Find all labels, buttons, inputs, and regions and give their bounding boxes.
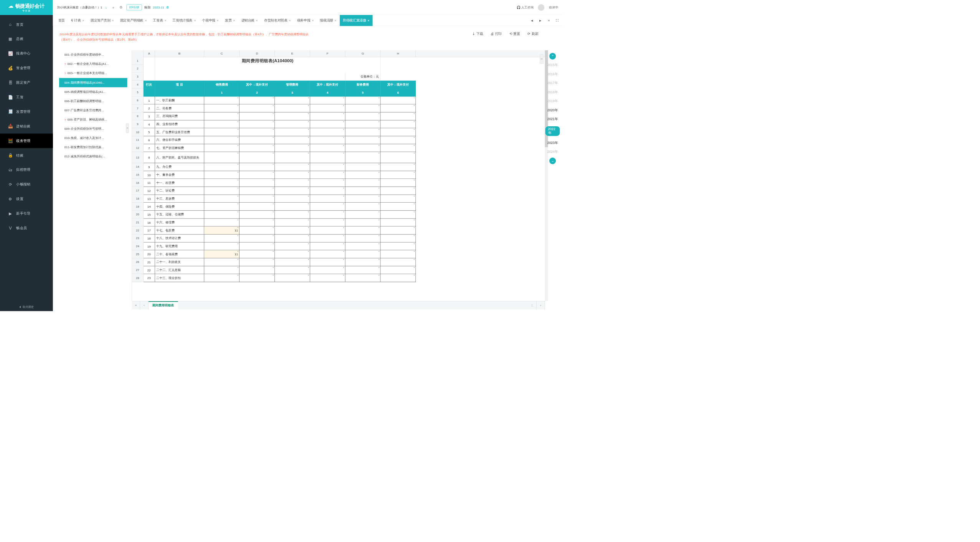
reset-button[interactable]: ⟲重置 — [509, 32, 520, 36]
value-cell[interactable]: * — [345, 163, 380, 171]
value-cell[interactable]: * — [310, 226, 345, 235]
value-cell[interactable]: * — [204, 274, 240, 282]
row-num[interactable]: 8 — [132, 112, 144, 121]
nav-item-12[interactable]: ⚙设置 — [0, 192, 53, 206]
value-cell[interactable]: * — [310, 136, 345, 144]
value-cell[interactable]: * — [204, 96, 240, 104]
value-cell[interactable]: * — [204, 144, 240, 152]
tab-close-icon[interactable]: ✕ — [367, 19, 370, 22]
value-cell[interactable]: * — [240, 128, 275, 136]
value-cell[interactable]: * — [345, 120, 380, 128]
value-cell[interactable]: * — [345, 179, 380, 187]
value-cell[interactable]: * — [204, 112, 240, 121]
tab-2[interactable]: 固定资产类别✕ — [88, 15, 117, 26]
value-cell[interactable]: * — [345, 187, 380, 195]
value-cell[interactable]: * — [275, 242, 310, 250]
row-num[interactable]: 25 — [132, 250, 144, 258]
row-num[interactable]: 28 — [132, 274, 144, 282]
year-2019年[interactable]: 2019年 — [547, 99, 558, 103]
doc-item-10[interactable]: 011-研发费用加计扣除优惠... — [59, 143, 127, 152]
tab-expand-icon[interactable]: ⛶ — [554, 17, 560, 23]
value-cell[interactable]: * — [345, 274, 380, 282]
nav-item-8[interactable]: 🧮税务管理 — [0, 134, 53, 148]
value-cell[interactable]: * — [310, 163, 345, 171]
nav-item-3[interactable]: 💰资金管理 — [0, 61, 53, 75]
nav-unpin[interactable]: ⏴ 取消固定 — [0, 305, 53, 309]
value-cell[interactable]: * — [380, 258, 416, 266]
value-cell[interactable]: * — [380, 179, 416, 187]
avatar[interactable] — [538, 4, 544, 11]
value-cell[interactable]: * — [240, 163, 275, 171]
tab-close-icon[interactable]: ✕ — [289, 19, 291, 22]
value-cell[interactable]: * — [240, 136, 275, 144]
doc-item-4[interactable]: 005-纳税调整项目明细表(A1... — [59, 87, 127, 96]
tab-4[interactable]: 工资表✕ — [150, 15, 169, 26]
tab-close-icon[interactable]: ✕ — [233, 19, 235, 22]
value-cell[interactable]: * — [345, 144, 380, 152]
value-cell[interactable]: * — [380, 242, 416, 250]
value-cell[interactable]: * — [310, 258, 345, 266]
value-cell[interactable]: * — [240, 96, 275, 104]
row-num[interactable]: 16 — [132, 179, 144, 187]
year-2023年[interactable]: 2023年 — [547, 141, 558, 145]
value-cell[interactable]: * — [310, 187, 345, 195]
value-cell[interactable]: 11* — [204, 250, 240, 258]
value-cell[interactable]: * — [310, 195, 345, 203]
doc-item-5[interactable]: 006-职工薪酬纳税调整明细... — [59, 96, 127, 106]
row-num[interactable]: 2 — [132, 65, 144, 73]
tab-8[interactable]: 进销台账✕ — [238, 15, 261, 26]
doc-item-7[interactable]: ?008-资产折旧、摊销及纳税... — [59, 115, 127, 124]
value-cell[interactable]: * — [310, 128, 345, 136]
row-num[interactable]: 10 — [132, 128, 144, 136]
value-cell[interactable]: * — [275, 96, 310, 104]
value-cell[interactable]: * — [204, 211, 240, 219]
value-cell[interactable]: * — [345, 235, 380, 243]
value-cell[interactable]: * — [204, 203, 240, 211]
value-cell[interactable]: * — [380, 266, 416, 274]
value-cell[interactable]: * — [380, 120, 416, 128]
value-cell[interactable]: * — [345, 112, 380, 121]
nav-item-10[interactable]: 🗂归档管理 — [0, 163, 53, 177]
value-cell[interactable]: * — [240, 266, 275, 274]
doc-item-9[interactable]: 010-免税、减计收入及加计... — [59, 134, 127, 143]
nav-item-13[interactable]: ▶新手引导 — [0, 206, 53, 221]
value-cell[interactable]: * — [275, 179, 310, 187]
value-cell[interactable]: * — [380, 226, 416, 235]
tab-5[interactable]: 工资统计报表✕ — [169, 15, 199, 26]
refresh-button[interactable]: ⟳刷新 — [527, 32, 538, 36]
value-cell[interactable]: * — [380, 187, 416, 195]
col-E[interactable]: E — [275, 50, 310, 57]
value-cell[interactable]: * — [240, 226, 275, 235]
value-cell[interactable]: * — [310, 179, 345, 187]
tab-next-icon[interactable]: ▶ — [537, 17, 544, 23]
row-num[interactable]: 27 — [132, 266, 144, 274]
value-cell[interactable]: * — [380, 163, 416, 171]
row-num[interactable]: 24 — [132, 242, 144, 250]
value-cell[interactable]: * — [204, 104, 240, 112]
nav-item-1[interactable]: ▦总账 — [0, 32, 53, 46]
sheet-tab-menu-icon[interactable]: ⋮ — [528, 301, 537, 309]
value-cell[interactable]: * — [275, 171, 310, 179]
row-num[interactable]: 9 — [132, 120, 144, 128]
nav-item-4[interactable]: 🗄固定资产 — [0, 75, 53, 90]
year-2016年[interactable]: 2016年 — [547, 72, 558, 76]
value-cell[interactable]: * — [240, 274, 275, 282]
col-D[interactable]: D — [240, 50, 275, 57]
row-num[interactable]: 18 — [132, 195, 144, 203]
row-num[interactable]: 22 — [132, 226, 144, 235]
value-cell[interactable]: * — [380, 171, 416, 179]
value-cell[interactable]: * — [345, 218, 380, 226]
tab-close-icon[interactable]: ✕ — [334, 19, 337, 22]
value-cell[interactable]: * — [240, 250, 275, 258]
doc-item-0[interactable]: 001-企业所得税年度纳税申... — [59, 50, 127, 59]
value-cell[interactable]: * — [240, 112, 275, 121]
value-cell[interactable]: * — [240, 171, 275, 179]
tab-close-icon[interactable]: ✕ — [256, 19, 258, 22]
value-cell[interactable]: * — [310, 112, 345, 121]
doclist-collapse-handle[interactable]: ‹‹ — [126, 123, 129, 133]
nav-item-5[interactable]: 📄工资 — [0, 90, 53, 104]
cell[interactable] — [144, 65, 155, 73]
row-num[interactable]: 12 — [132, 144, 144, 152]
value-cell[interactable]: * — [310, 144, 345, 152]
tab-1[interactable]: 钅计表✕ — [68, 15, 88, 26]
